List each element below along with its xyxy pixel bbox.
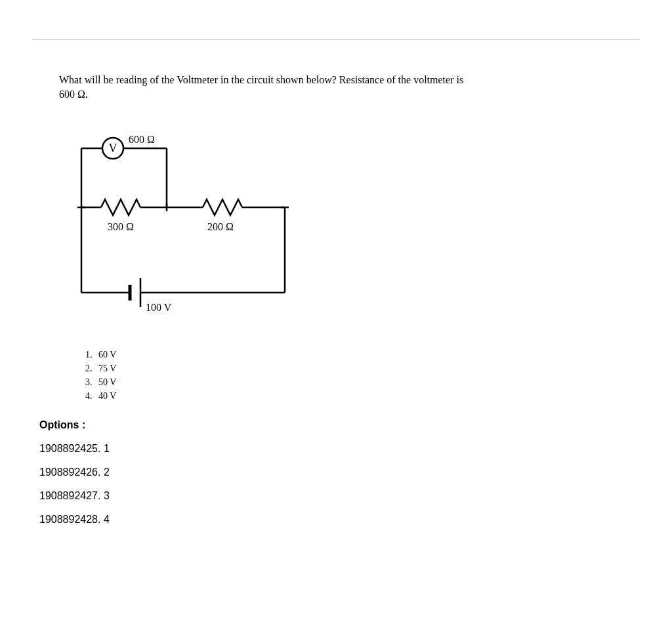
- answer-row: 4. 40 V: [85, 389, 613, 403]
- answer-val: 40 V: [98, 389, 116, 403]
- answer-num: 2.: [85, 362, 98, 375]
- r-voltmeter-label: 600 Ω: [129, 134, 155, 145]
- question-line2: 600 Ω.: [59, 89, 88, 100]
- r1-label: 300 Ω: [108, 221, 134, 232]
- r2-label: 200 Ω: [207, 221, 234, 232]
- answer-val: 75 V: [98, 362, 116, 375]
- question-line1: What will be reading of the Voltmeter in…: [59, 74, 463, 85]
- option-item: 1908892425. 1: [39, 443, 613, 455]
- option-item: 1908892428. 4: [39, 514, 613, 526]
- answer-val: 60 V: [98, 348, 116, 362]
- options-heading: Options :: [39, 419, 613, 431]
- top-divider: [33, 0, 639, 40]
- source-label: 100 V: [146, 302, 172, 313]
- voltmeter-label: V: [109, 142, 117, 155]
- question-text: What will be reading of the Voltmeter in…: [59, 73, 613, 102]
- answer-row: 1. 60 V: [85, 348, 613, 362]
- answer-row: 2. 75 V: [85, 362, 613, 375]
- answer-val: 50 V: [98, 375, 116, 389]
- circuit-diagram: V 600 Ω: [62, 129, 613, 328]
- option-item: 1908892427. 3: [39, 490, 613, 502]
- answer-num: 3.: [85, 375, 98, 389]
- option-item: 1908892426. 2: [39, 466, 613, 478]
- answer-num: 1.: [85, 348, 98, 362]
- circuit-svg: V 600 Ω: [62, 129, 311, 325]
- answer-row: 3. 50 V: [85, 375, 613, 389]
- page-container: What will be reading of the Voltmeter in…: [0, 0, 672, 564]
- answer-num: 4.: [85, 389, 98, 403]
- answer-choices: 1. 60 V 2. 75 V 3. 50 V 4. 40 V: [85, 348, 613, 403]
